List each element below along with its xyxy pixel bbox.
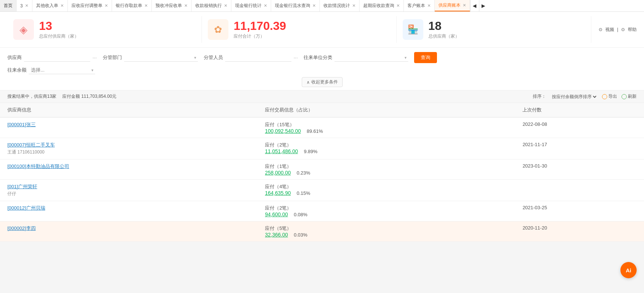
nav-prev-arrow[interactable]: ◀: [470, 0, 479, 12]
export-button[interactable]: 导出: [602, 93, 617, 100]
pay-info-cell: 应付（1笔） 258,000.00 0.23%: [258, 159, 515, 180]
nav-tab-other-income[interactable]: 其他收入单 ✕: [32, 0, 68, 11]
pay-pct: 0.23%: [297, 170, 310, 176]
pay-info-cell: 应付（4笔） 164,635.90 0.15%: [258, 180, 515, 201]
nav-tab-supplier-ledger-close[interactable]: ✕: [463, 3, 466, 8]
ap-total-amount: 11,170.39: [234, 20, 286, 32]
nav-tab-other-income-label: 其他收入单: [36, 3, 58, 9]
collapse-filter-button[interactable]: ∧ 收起更多条件: [302, 77, 343, 87]
stat-icon-shop: 🏪: [403, 19, 423, 40]
nav-tab-pre-collect[interactable]: 预收冲应收单 ✕: [152, 0, 192, 11]
export-label: 导出: [608, 93, 617, 100]
nav-tab-home-label: 首页: [4, 3, 13, 9]
person-filter-dots[interactable]: ···: [294, 55, 298, 61]
table-header-row: 供应商信息 应付交易信息（占比） 上次付数: [0, 103, 644, 117]
pay-amount-link[interactable]: 11,051,486.00: [265, 148, 298, 154]
nav-tab-3-label: 3: [20, 3, 23, 8]
pay-count: 应付（1笔）: [265, 163, 508, 170]
pay-count: 应付（4笔）: [265, 183, 508, 190]
pay-pct: 0.15%: [297, 190, 310, 196]
filter-dept: 分管部门 ▾: [103, 54, 198, 62]
nav-tab-bank-deposit-close[interactable]: ✕: [144, 3, 148, 8]
balance-select-wrap[interactable]: ▾: [29, 66, 95, 74]
video-link[interactable]: 视频: [605, 27, 614, 33]
sort-select[interactable]: 按应付余额倒序排序: [550, 94, 598, 100]
last-pay-date: 2023-01-30: [522, 163, 547, 169]
nav-tab-other-income-close[interactable]: ✕: [60, 3, 64, 8]
supplier-link[interactable]: [000007]恒旺二手叉车: [7, 142, 55, 148]
nav-tab-home[interactable]: 首页: [0, 0, 17, 11]
nav-tab-cash-flow-close[interactable]: ✕: [312, 3, 316, 8]
nav-tab-3-close[interactable]: ✕: [25, 3, 28, 8]
dept-select-wrap[interactable]: ▾: [124, 54, 198, 62]
unit-type-select-wrap[interactable]: ▾: [335, 54, 408, 62]
nav-tab-pre-collect-label: 预收冲应收单: [155, 3, 182, 9]
ap-supplier-label: 总应付供应商（家）: [39, 33, 79, 39]
ap-total-label: 应付合计（万）: [234, 33, 286, 39]
table-row: [000002]李四应付（5笔） 32,366.00 0.03% 2020-11…: [0, 221, 644, 242]
col-supplier-info: 供应商信息: [0, 103, 258, 117]
pay-amount-link[interactable]: 100,092,540.00: [265, 128, 301, 134]
unit-type-label: 往来单位分类: [304, 54, 332, 61]
nav-tab-ar-ap-adjust-label: 应收应付调整单: [71, 3, 102, 9]
table-row: [001]广州荣轩仔仔应付（4笔） 164,635.90 0.15%: [0, 180, 644, 201]
table-container: 供应商信息 应付交易信息（占比） 上次付数 [000001]张三应付（15笔） …: [0, 103, 644, 242]
nav-tab-overdue-ar[interactable]: 超期应收款查询 ✕: [360, 0, 404, 11]
nav-tab-overdue-ar-close[interactable]: ✕: [396, 3, 400, 8]
pay-amount-link[interactable]: 258,000.00: [265, 170, 291, 176]
pay-count: 应付（15笔）: [265, 121, 508, 128]
nav-tab-cash-stat[interactable]: 现金银行统计 ✕: [231, 0, 271, 11]
table-row: [000001]张三应付（15笔） 100,092,540.00 89.61% …: [0, 117, 644, 138]
supplier-link[interactable]: [000001]张三: [7, 122, 36, 127]
person-filter-input[interactable]: [225, 54, 291, 62]
nav-tab-bank-deposit[interactable]: 银行存取款单 ✕: [112, 0, 152, 11]
last-pay-cell: 2023-01-30: [515, 159, 644, 180]
unit-type-input[interactable]: [335, 54, 408, 62]
last-pay-cell: 2020-11-20: [515, 221, 644, 242]
nav-tab-ar-ap-adjust[interactable]: 应收应付调整单 ✕: [68, 0, 112, 11]
supplier-filter-input[interactable]: [24, 54, 90, 62]
supplier-link[interactable]: [000012]广州贝瑞: [7, 205, 45, 211]
help-link[interactable]: 帮助: [628, 27, 637, 33]
supplier-link[interactable]: [000002]李四: [7, 225, 36, 231]
pay-info-cell: 应付（2笔） 94,600.00 0.08%: [258, 201, 515, 221]
pay-amount-link[interactable]: 32,366.00: [265, 232, 288, 238]
supplier-link[interactable]: [001]广州荣轩: [7, 184, 37, 189]
nav-tab-collect-stat[interactable]: 收款情况统计 ✕: [320, 0, 360, 11]
search-button[interactable]: 查询: [414, 52, 437, 63]
supplier-link[interactable]: [000100]本特勤油品有限公司: [7, 163, 69, 169]
nav-tab-payment-exec[interactable]: 收款核销执行 ✕: [192, 0, 231, 11]
nav-tab-ar-ap-adjust-close[interactable]: ✕: [105, 3, 108, 8]
nav-tab-customer-ledger[interactable]: 客户账本 ✕: [404, 0, 435, 11]
nav-next-arrow[interactable]: ▶: [479, 0, 488, 12]
nav-tab-3[interactable]: 3 ✕: [17, 0, 32, 11]
top-nav: 首页 3 ✕ 其他收入单 ✕ 应收应付调整单 ✕ 银行存取款单 ✕ 预收冲应收单…: [0, 0, 644, 12]
last-pay-cell: 2021-03-25: [515, 201, 644, 221]
nav-tab-cash-stat-close[interactable]: ✕: [264, 3, 267, 8]
balance-filter-input[interactable]: [29, 66, 95, 74]
nav-tab-customer-ledger-label: 客户账本: [407, 3, 425, 9]
supplier-filter-dots[interactable]: ···: [92, 55, 97, 61]
pay-count: 应付（2笔）: [265, 205, 508, 211]
last-pay-date: 2021-03-25: [522, 205, 547, 210]
help-icon: ⊙: [621, 27, 625, 32]
pay-count: 应付（5笔）: [265, 225, 508, 232]
pay-amount-link[interactable]: 164,635.90: [265, 190, 291, 196]
stat-icon-flower: ✿: [208, 19, 228, 40]
filter-row-2: 往来余额 ▾: [7, 66, 637, 74]
stat-info-ap-total: 11,170.39 应付合计（万）: [234, 20, 286, 39]
nav-tab-cash-flow-label: 现金银行流水查询: [275, 3, 310, 9]
nav-tab-payment-exec-close[interactable]: ✕: [224, 3, 227, 8]
pay-pct: 0.03%: [294, 232, 307, 238]
nav-tab-pre-collect-close[interactable]: ✕: [184, 3, 188, 8]
refresh-button[interactable]: 刷新: [622, 93, 637, 100]
nav-tab-cash-stat-label: 现金银行统计: [235, 3, 262, 9]
nav-tab-supplier-ledger-label: 供应商账本: [438, 2, 461, 8]
nav-tab-collect-stat-label: 收款情况统计: [323, 3, 350, 9]
nav-tab-cash-flow[interactable]: 现金银行流水查询 ✕: [271, 0, 320, 11]
nav-tab-customer-ledger-close[interactable]: ✕: [427, 3, 431, 8]
nav-tab-collect-stat-close[interactable]: ✕: [352, 3, 356, 8]
dept-filter-input[interactable]: [124, 54, 198, 62]
nav-tab-supplier-ledger[interactable]: 供应商账本 ✕: [435, 0, 470, 11]
pay-amount-link[interactable]: 94,600.00: [265, 211, 288, 217]
